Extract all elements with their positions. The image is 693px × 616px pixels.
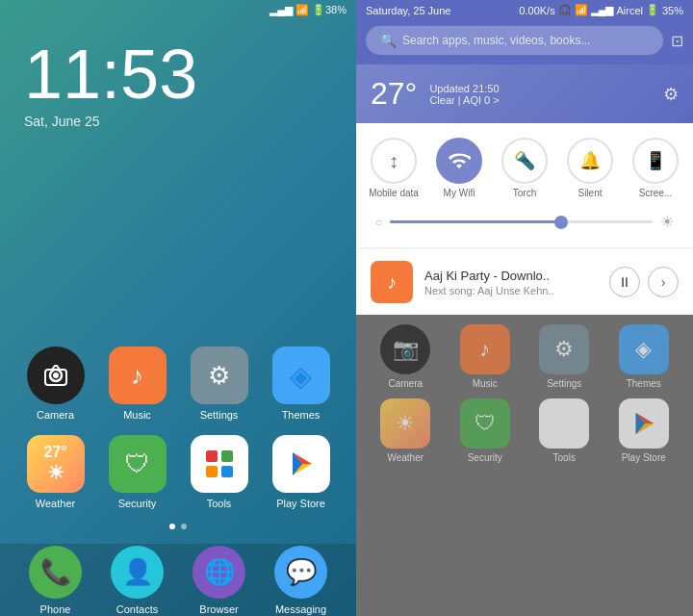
app-settings[interactable]: ⚙ Settings: [183, 346, 255, 421]
brightness-high-icon: ☀: [660, 213, 674, 231]
weather-updated: Updated 21:50: [429, 83, 499, 94]
playstore-label: Play Store: [276, 498, 325, 509]
bg-playstore: Play Store: [610, 398, 678, 463]
themes-icon: ◈: [272, 346, 330, 404]
settings-label: Settings: [200, 409, 239, 421]
app-tools[interactable]: Tools: [183, 435, 255, 509]
toggles-row: ↕ Mobile data My Wifi 🔦 Torch 🔔: [361, 138, 688, 198]
phone-icon: 📞: [29, 546, 82, 599]
messaging-label: Messaging: [275, 603, 326, 615]
music-icon: ♪: [109, 346, 167, 404]
weather-temp: 27°: [371, 76, 417, 112]
app-messaging[interactable]: 💬 Messaging: [265, 546, 337, 615]
brightness-slider[interactable]: [390, 220, 653, 223]
app-row-1: Camera ♪ Music ⚙ Settings ◈ Themes: [14, 346, 342, 421]
app-playstore[interactable]: Play Store: [265, 435, 337, 509]
next-button[interactable]: ›: [648, 267, 679, 297]
bg-camera-icon: 📷: [380, 324, 430, 374]
headphone-icon: 🎧: [558, 4, 572, 16]
music-info: Aaj Ki Party - Downlo.. Next song: Aaj U…: [424, 269, 598, 296]
app-contacts[interactable]: 👤 Contacts: [101, 546, 173, 615]
app-music[interactable]: ♪ Music: [101, 346, 173, 421]
bg-settings: ⚙ Settings: [530, 324, 598, 389]
phone-label: Phone: [40, 603, 71, 615]
app-phone[interactable]: 📞 Phone: [19, 546, 91, 615]
messaging-icon: 💬: [274, 546, 327, 599]
app-camera[interactable]: Camera: [19, 346, 91, 421]
bg-security: 🛡 Security: [451, 398, 519, 463]
page-dots: [14, 524, 342, 529]
weather-icon: 27° ☀: [27, 435, 85, 493]
dot-1: [169, 524, 175, 529]
battery-icon-left: 🔋38%: [312, 4, 346, 16]
svg-rect-6: [221, 466, 233, 477]
mobile-data-btn[interactable]: ↕: [371, 138, 417, 184]
weather-settings-icon[interactable]: ⚙: [663, 84, 679, 105]
svg-rect-4: [221, 450, 233, 462]
toggle-screen[interactable]: 📱 Scree...: [627, 138, 684, 198]
brightness-low-icon: ○: [375, 216, 382, 229]
notification-panel: Saturday, 25 June 0.00K/s 🎧 📶 ▂▄▆ Aircel…: [356, 0, 693, 616]
bg-music-icon: ♪: [460, 324, 510, 374]
battery-icon-right: 🔋: [646, 4, 659, 16]
status-bar-right: Saturday, 25 June 0.00K/s 🎧 📶 ▂▄▆ Aircel…: [356, 0, 693, 20]
app-row-2: 27° ☀ Weather 🛡 Security Too: [14, 435, 342, 509]
weather-notification: 27° Updated 21:50 Clear | AQI 0 > ⚙: [356, 64, 693, 123]
svg-rect-5: [206, 466, 218, 477]
browser-label: Browser: [199, 603, 238, 615]
browser-icon: 🌐: [192, 546, 245, 599]
toggle-mobile-data[interactable]: ↕ Mobile data: [365, 138, 423, 198]
search-field[interactable]: 🔍 Search apps, music, videos, books...: [366, 26, 663, 55]
clock: 11:53: [24, 39, 332, 109]
tools-icon: [191, 435, 248, 493]
app-browser[interactable]: 🌐 Browser: [183, 546, 255, 615]
toggle-torch[interactable]: 🔦 Torch: [496, 138, 553, 198]
bg-row-2: ☀ Weather 🛡 Security ▦ Tools: [366, 398, 683, 463]
bg-themes: ◈ Themes: [610, 324, 678, 389]
search-placeholder: Search apps, music, videos, books...: [402, 34, 590, 47]
search-icon: 🔍: [380, 33, 397, 48]
carrier-right: Aircel: [616, 5, 643, 16]
contacts-label: Contacts: [116, 603, 158, 615]
themes-label: Themes: [282, 409, 321, 421]
bg-playstore-icon: [619, 398, 669, 449]
weather-label: Weather: [36, 498, 75, 509]
bg-themes-label: Themes: [627, 378, 661, 389]
silent-btn[interactable]: 🔔: [567, 138, 613, 184]
wifi-icon-right: 📶: [575, 4, 588, 16]
signal-icon-right: ▂▄▆: [591, 4, 614, 16]
app-weather[interactable]: 27° ☀ Weather: [19, 435, 91, 509]
settings-icon: ⚙: [191, 346, 248, 404]
bg-app-grid: 📷 Camera ♪ Music ⚙ Settings ◈ Themes: [356, 315, 693, 473]
torch-btn[interactable]: 🔦: [501, 138, 548, 184]
mobile-data-label: Mobile data: [369, 188, 419, 198]
music-controls: ⏸ ›: [609, 267, 679, 297]
brightness-fill: [390, 220, 560, 223]
bg-music: ♪ Music: [451, 324, 519, 389]
signal-icon: ▂▄▆: [270, 4, 293, 16]
app-security[interactable]: 🛡 Security: [101, 435, 173, 509]
brightness-control: ○ ☀: [361, 208, 688, 243]
svg-point-1: [53, 372, 59, 378]
bg-apps-overlay: 📷 Camera ♪ Music ⚙ Settings ◈ Themes: [356, 315, 693, 616]
weather-condition: Clear | AQI 0 >: [429, 94, 499, 106]
toggle-wifi[interactable]: My Wifi: [430, 138, 488, 198]
bg-camera-label: Camera: [388, 378, 423, 389]
toggle-silent[interactable]: 🔔 Silent: [561, 138, 619, 198]
wifi-btn[interactable]: [436, 138, 482, 184]
time-display: 11:53 Sat, June 25: [0, 20, 356, 134]
bg-row-1: 📷 Camera ♪ Music ⚙ Settings ◈ Themes: [366, 324, 683, 389]
wifi-icon: 📶: [295, 4, 309, 16]
quick-toggles: ↕ Mobile data My Wifi 🔦 Torch 🔔: [356, 123, 693, 248]
pause-button[interactable]: ⏸: [609, 267, 640, 297]
expand-icon[interactable]: ⊡: [671, 32, 683, 50]
music-subtitle: Next song: Aaj Unse Kehn..: [424, 285, 598, 296]
bg-playstore-label: Play Store: [622, 452, 666, 463]
silent-label: Silent: [578, 188, 602, 198]
app-themes[interactable]: ◈ Themes: [265, 346, 337, 421]
app-grid: Camera ♪ Music ⚙ Settings ◈ Themes 27° ☀: [0, 346, 356, 539]
date-display: Sat, June 25: [24, 114, 332, 129]
screen-btn[interactable]: 📱: [632, 138, 679, 184]
dot-2: [181, 524, 187, 529]
wifi-label: My Wifi: [444, 188, 475, 198]
